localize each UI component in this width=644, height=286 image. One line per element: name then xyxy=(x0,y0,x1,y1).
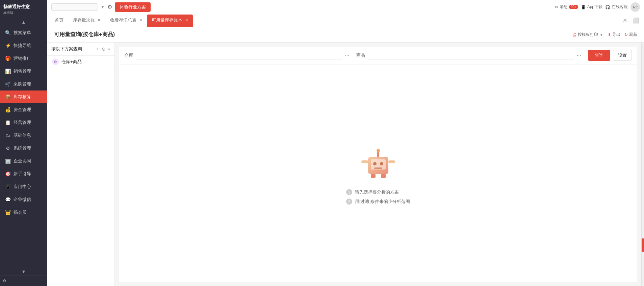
left-panel-header: 按以下方案查询 ＋ ⊙ « xyxy=(47,43,114,56)
messages-btn[interactable]: ✉ 消息 99+ xyxy=(555,4,578,10)
messages-label: 消息 xyxy=(560,4,568,10)
export-btn[interactable]: ⬆ 导出 xyxy=(608,32,620,37)
filter-row: 仓库 ··· 商品 ··· 查询 设置 xyxy=(119,47,637,64)
refresh-label: 刷新 xyxy=(629,32,637,37)
search-icon: 🔍 xyxy=(5,30,11,36)
sidebar-item-label: 资金管理 xyxy=(14,107,31,113)
clipboard-icon: 📋 xyxy=(5,120,11,126)
tab-available[interactable]: 可用量库存账本 ✕ xyxy=(147,15,193,27)
industry-btn[interactable]: 体验行业方案 xyxy=(115,2,151,12)
gear-settings-icon[interactable]: ⚙ xyxy=(107,4,112,10)
page-header: 可用量查询(按仓库+商品) 🖨 按模板打印 ▼ ⬆ 导出 ↻ 刷新 xyxy=(47,27,644,43)
scheme-item-warehouse-goods[interactable]: ⚙ 仓库+商品 xyxy=(47,56,114,68)
sidebar-item-guide[interactable]: 🎯 新手引导 xyxy=(0,167,47,180)
add-scheme-btn[interactable]: ＋ xyxy=(95,46,100,52)
tabs-bar: 首页 库存批次账 ✕ 收发存汇总表 ✕ 可用量库存账本 ✕ ✕ ⬜ xyxy=(47,14,644,27)
warehouse-more-btn[interactable]: ··· xyxy=(345,52,349,58)
sidebar-item-basic[interactable]: 🗂 基础信息 xyxy=(0,129,47,142)
message-icon: ✉ xyxy=(555,5,558,9)
right-scrollbar[interactable] xyxy=(641,43,644,286)
settings-btn[interactable]: 设置 xyxy=(613,50,632,61)
sidebar-item-marketing[interactable]: 🎁 营销推广 xyxy=(0,52,47,65)
svg-rect-4 xyxy=(374,167,382,169)
empty-tip-1: 1 请先选择要分析的方案 xyxy=(346,189,410,195)
sidebar-item-system[interactable]: ⚙ 系统管理 xyxy=(0,142,47,155)
tab-batch-close[interactable]: ✕ xyxy=(98,18,101,22)
sidebar-item-search[interactable]: 🔍 搜索菜单 xyxy=(0,26,47,39)
version-badge: 标准版 xyxy=(3,10,44,15)
page-title: 可用量查询(按仓库+商品) xyxy=(54,31,115,38)
tab-home[interactable]: 首页 xyxy=(50,15,68,27)
search-input[interactable] xyxy=(54,5,95,9)
sidebar-item-wechat[interactable]: 💬 企业微信 xyxy=(0,193,47,206)
right-content: 仓库 ··· 商品 ··· 查询 设置 xyxy=(115,43,641,286)
empty-state: 1 请先选择要分析的方案 2 用[过滤]条件来缩小分析范围 xyxy=(119,64,637,282)
refresh-btn[interactable]: ↻ 刷新 xyxy=(624,32,637,37)
dropdown-icon[interactable]: ▼ xyxy=(101,5,105,9)
sidebar-bottom[interactable]: ⚙ xyxy=(0,276,47,286)
maximize-window-btn[interactable]: ⬜ xyxy=(630,17,641,24)
customer-service-label: 在线客服 xyxy=(612,4,628,10)
left-panel-actions: ＋ ⊙ « xyxy=(95,46,110,52)
close-window-btn[interactable]: ✕ xyxy=(621,17,629,24)
sidebar-item-label: 新手引导 xyxy=(14,171,31,177)
sidebar-scroll-up[interactable]: ▲ xyxy=(0,18,47,26)
tab-stocksummary-label: 收发存汇总表 xyxy=(110,17,136,23)
collapse-btn[interactable]: « xyxy=(108,46,110,52)
cart-icon: 🛒 xyxy=(5,81,11,87)
empty-illustration xyxy=(358,142,398,182)
warehouse-input[interactable] xyxy=(136,51,342,59)
sidebar-item-operations[interactable]: 📋 经营管理 xyxy=(0,116,47,129)
goods-label: 商品 xyxy=(356,52,365,58)
sidebar-item-apps[interactable]: 📱 应用中心 xyxy=(0,180,47,193)
sidebar-item-label: 企业协同 xyxy=(14,158,31,164)
target-icon: 🎯 xyxy=(5,171,11,177)
print-btn[interactable]: 🖨 按模板打印 ▼ xyxy=(572,32,603,37)
query-btn[interactable]: 查询 xyxy=(588,50,610,61)
refresh-icon: ↻ xyxy=(624,32,628,37)
home-label: 首页 xyxy=(55,17,63,23)
phone-icon: 📱 xyxy=(581,5,586,9)
app-download-btn[interactable]: 📱 App下载 xyxy=(581,4,602,10)
money-icon: 💰 xyxy=(5,107,11,113)
sidebar-item-label: 库存核算 xyxy=(14,94,31,100)
mobile-icon: 📱 xyxy=(5,184,11,190)
goods-field: 商品 ··· xyxy=(356,51,582,59)
sidebar-item-label: 经营管理 xyxy=(14,120,31,126)
customer-service-btn[interactable]: 🎧 在线客服 xyxy=(605,4,628,10)
tab-batch[interactable]: 库存批次账 ✕ xyxy=(68,15,105,27)
svg-point-2 xyxy=(373,162,377,165)
goods-more-btn[interactable]: ··· xyxy=(577,52,581,58)
shortcut-icon: ⚡ xyxy=(5,43,11,49)
box-icon: 📦 xyxy=(5,94,11,100)
sidebar-item-finance[interactable]: 💰 资金管理 xyxy=(0,103,47,116)
svg-rect-7 xyxy=(371,174,376,178)
sidebar-item-shortcut[interactable]: ⚡ 快捷导航 xyxy=(0,39,47,52)
tab-available-close[interactable]: ✕ xyxy=(185,18,188,22)
print-dropdown-icon[interactable]: ▼ xyxy=(599,32,603,37)
sidebar-item-purchase[interactable]: 🛒 采购管理 xyxy=(0,78,47,90)
company-name: 畅康通好生意 xyxy=(3,4,44,10)
gift-icon: 🎁 xyxy=(5,55,11,61)
building-icon: 🏢 xyxy=(5,158,11,164)
user-avatar[interactable]: Rit xyxy=(630,2,640,12)
top-bar-search-box[interactable] xyxy=(51,3,98,11)
user-name: Rit xyxy=(633,5,637,9)
page-header-actions: 🖨 按模板打印 ▼ ⬆ 导出 ↻ 刷新 xyxy=(572,32,637,37)
sidebar-item-label: 销售管理 xyxy=(14,68,31,74)
scrollbar-thumb[interactable] xyxy=(642,238,644,252)
tab-stocksummary[interactable]: 收发存汇总表 ✕ xyxy=(105,15,147,27)
print-label: 按模板打印 xyxy=(578,32,598,37)
left-panel-title: 按以下方案查询 xyxy=(51,46,82,52)
svg-rect-8 xyxy=(381,174,386,178)
sidebar-item-member[interactable]: 👑 畅会员 xyxy=(0,206,47,219)
sidebar-scroll-down[interactable]: ▼ xyxy=(0,267,47,276)
goods-input[interactable] xyxy=(368,51,574,59)
tab-stocksummary-close[interactable]: ✕ xyxy=(139,18,142,22)
sidebar-item-enterprise[interactable]: 🏢 企业协同 xyxy=(0,155,47,167)
edit-scheme-btn[interactable]: ⊙ xyxy=(102,46,106,52)
svg-rect-9 xyxy=(361,160,368,163)
sidebar-item-inventory[interactable]: 📦 库存核算 xyxy=(0,90,47,103)
sidebar-header: 畅康通好生意 标准版 xyxy=(0,0,47,18)
sidebar-item-sales[interactable]: 📊 销售管理 xyxy=(0,65,47,78)
